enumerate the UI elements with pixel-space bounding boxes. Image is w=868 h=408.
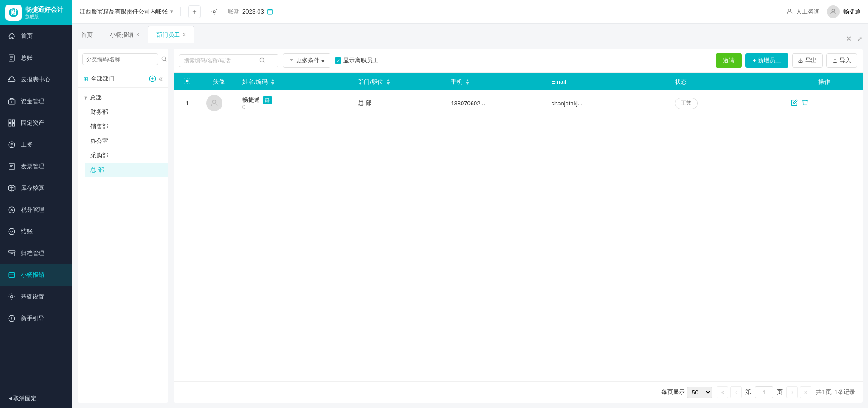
dept-zongbu-label: 总 部 [90, 166, 104, 174]
col-name-code[interactable]: 姓名/编码 [237, 73, 353, 90]
invoice-icon [7, 162, 16, 171]
settings-button[interactable] [208, 5, 221, 18]
close-tab-icon[interactable]: ✕ [846, 34, 852, 43]
cancel-fixed-btn[interactable]: ◄取消固定 [0, 389, 72, 408]
service-btn[interactable]: 人工咨询 [786, 8, 820, 16]
app-logo-icon: 财 [5, 5, 22, 21]
cell-status: 正常 [670, 90, 785, 116]
dept-group-root: ▼ 总部 财务部 销售部 办公室 [78, 90, 168, 177]
tab-dept-employee[interactable]: 部门员工 × [148, 26, 194, 43]
employee-search-area [179, 54, 278, 67]
edit-employee-button[interactable] [791, 99, 798, 108]
import-button[interactable]: 导入 [826, 53, 857, 68]
invite-button[interactable]: 邀请 [716, 53, 742, 68]
sidebar-item-xiaochang[interactable]: 小畅报销 [0, 264, 72, 286]
svg-rect-11 [9, 124, 11, 126]
app-subtitle: 旗舰版 [25, 14, 63, 20]
add-dept-icon[interactable] [149, 75, 156, 82]
col-avatar-label: 头像 [213, 78, 225, 85]
sidebar-item-home[interactable]: 首页 [0, 25, 72, 47]
sidebar-item-inventory-label: 库存核算 [21, 184, 44, 192]
dept-root-label: 总部 [90, 94, 102, 102]
col-dept-label: 部门/职位 [358, 78, 383, 86]
export-button[interactable]: 导出 [792, 53, 823, 68]
col-email-label: Email [551, 78, 566, 85]
sidebar-item-guide[interactable]: 新手引导 [0, 308, 72, 329]
dept-item-caigou[interactable]: 采购部 [85, 148, 168, 163]
sidebar-item-ledger[interactable]: 总账 [0, 47, 72, 69]
dept-tree-parent-root[interactable]: ▼ 总部 [78, 90, 168, 105]
col-status-label: 状态 [675, 78, 687, 85]
employee-email: chanjethkj... [551, 100, 582, 107]
expand-tab-icon[interactable]: ⤢ [857, 35, 863, 43]
page-number-label: 第 [744, 388, 753, 396]
collapse-icon[interactable]: « [159, 75, 163, 83]
last-page-button[interactable]: » [800, 386, 811, 398]
content-area: ⊞ 全部部门 « ▼ 总部 [72, 43, 868, 408]
col-dept-pos[interactable]: 部门/职位 [353, 73, 445, 90]
user-menu[interactable]: 畅捷通 [827, 5, 861, 18]
sidebar-item-guide-label: 新手引导 [21, 314, 44, 323]
sidebar-item-salary[interactable]: 工资 [0, 134, 72, 156]
filter-dropdown-icon: ▾ [321, 57, 325, 64]
dept-item-xiaoshou[interactable]: 销售部 [85, 119, 168, 134]
add-employee-label: + 新增员工 [753, 57, 781, 65]
sidebar-item-asset-label: 资金管理 [21, 97, 44, 105]
add-employee-button[interactable]: + 新增员工 [745, 53, 788, 68]
employee-search-icon[interactable] [259, 57, 265, 65]
sidebar-item-close-acct[interactable]: 结账 [0, 221, 72, 242]
sidebar-item-basic-label: 基础设置 [21, 293, 44, 301]
delete-employee-button[interactable] [802, 99, 809, 108]
add-company-button[interactable] [188, 5, 201, 18]
employee-search-input[interactable] [184, 57, 256, 64]
tab-xiaochang-close[interactable]: × [136, 32, 139, 38]
svg-rect-17 [9, 251, 15, 252]
sidebar-item-basic[interactable]: 基础设置 [0, 286, 72, 308]
settings-icon-col[interactable] [184, 77, 191, 86]
sidebar-item-inventory[interactable]: 库存核算 [0, 177, 72, 199]
period-selector[interactable]: 账期 2023-03 [228, 8, 273, 16]
col-email: Email [546, 73, 669, 90]
asset-icon [7, 97, 16, 106]
svg-point-37 [260, 58, 264, 62]
dept-item-zongbu[interactable]: 总 部 [85, 163, 168, 177]
sidebar-item-invoice[interactable]: 发票管理 [0, 156, 72, 177]
next-page-button[interactable]: › [786, 386, 798, 398]
sidebar-item-archive[interactable]: 归档管理 [0, 242, 72, 264]
dept-sort-icon [386, 79, 391, 85]
employee-name: 畅捷通 [242, 96, 260, 104]
svg-rect-26 [267, 9, 272, 14]
row-index: 1 [185, 100, 189, 107]
tab-home[interactable]: 首页 [72, 26, 101, 43]
tab-xiaochang[interactable]: 小畅报销 × [101, 26, 148, 43]
employee-panel: 更多条件 ▾ ✓ 显示离职员工 邀请 + 新增员工 [174, 49, 863, 403]
page-size-select[interactable]: 50 10 20 100 [687, 387, 712, 398]
cell-action [785, 90, 863, 116]
tabbar: 首页 小畅报销 × 部门员工 × ✕ ⤢ [72, 24, 868, 43]
more-filter-button[interactable]: 更多条件 ▾ [283, 53, 330, 68]
dept-item-caiwu[interactable]: 财务部 [85, 105, 168, 119]
col-phone[interactable]: 手机 [445, 73, 546, 90]
dept-item-bangongshi[interactable]: 办公室 [85, 134, 168, 148]
dept-search-icon[interactable] [161, 56, 167, 63]
tab-dept-close[interactable]: × [183, 32, 186, 38]
dept-search-input[interactable] [82, 53, 158, 65]
xiaochang-icon [7, 270, 16, 280]
employees-data-table: 头像 姓名/编码 [174, 73, 863, 116]
sidebar-item-fixed-asset[interactable]: 固定资产 [0, 112, 72, 134]
show-resigned-toggle[interactable]: ✓ 显示离职员工 [335, 57, 378, 65]
page-label: 页 [775, 388, 784, 396]
app-title: 畅捷通好会计 [25, 5, 63, 14]
cell-dept: 总 部 [353, 90, 445, 116]
company-selector[interactable]: 江西服宝精品有限责任公司内账张 ▾ [80, 8, 173, 16]
user-avatar [827, 5, 840, 18]
prev-page-button[interactable]: ‹ [730, 386, 742, 398]
sidebar-item-cloud-report[interactable]: 云报表中心 [0, 69, 72, 90]
sidebar-item-asset-mgmt[interactable]: 资金管理 [0, 90, 72, 112]
sidebar-item-tax[interactable]: 税务管理 [0, 199, 72, 221]
first-page-button[interactable]: « [717, 386, 728, 398]
employee-toolbar: 更多条件 ▾ ✓ 显示离职员工 邀请 + 新增员工 [174, 49, 863, 73]
page-number-input[interactable] [755, 386, 773, 398]
grid-icon: ⊞ [83, 76, 88, 82]
sidebar-item-fixed-label: 固定资产 [21, 119, 44, 127]
